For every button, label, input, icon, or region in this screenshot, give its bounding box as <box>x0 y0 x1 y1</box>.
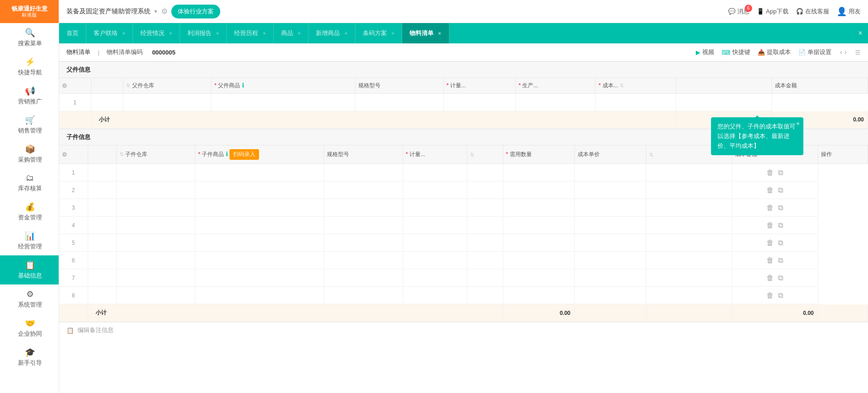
child-row6-needed[interactable] <box>467 252 503 269</box>
breadcrumb-bom[interactable]: 物料清单 <box>66 48 90 56</box>
child-row3-unit-cost[interactable] <box>503 199 574 217</box>
sidebar-item-system[interactable]: ⚙ 系统管理 <box>0 284 59 314</box>
child-row7-qty[interactable] <box>324 269 403 287</box>
child-row4-needed[interactable] <box>467 217 503 234</box>
sidebar-item-guide[interactable]: 🎓 新手引导 <box>0 343 59 372</box>
tab-goods[interactable]: 商品 × <box>274 23 308 43</box>
close-all-tabs[interactable]: × <box>853 29 868 37</box>
child-row4-qty[interactable] <box>324 217 403 234</box>
tab-history[interactable]: 经营历程 × <box>227 23 273 43</box>
child-row2-warehouse[interactable] <box>88 181 116 199</box>
scan-input-button[interactable]: 扫码录入 <box>229 149 259 160</box>
copy-icon-row5[interactable]: ⧉ <box>778 239 783 247</box>
child-row5-qty[interactable] <box>324 234 403 252</box>
child-row8-product[interactable] <box>116 287 195 304</box>
parent-row1-product[interactable] <box>123 94 211 111</box>
nav-next-icon[interactable]: › <box>844 48 847 56</box>
parent-row1-spec[interactable] <box>211 94 355 111</box>
child-row2-needed[interactable] <box>467 181 503 199</box>
delete-icon-row6[interactable]: 🗑 <box>766 256 774 264</box>
tooltip-close-icon[interactable]: × <box>796 119 800 129</box>
child-row7-needed[interactable] <box>467 269 503 287</box>
delete-icon-row7[interactable]: 🗑 <box>766 274 774 282</box>
child-row2-qty[interactable] <box>324 181 403 199</box>
child-row3-spec[interactable] <box>195 199 324 217</box>
sidebar-item-finance[interactable]: 💰 资金管理 <box>0 197 59 226</box>
child-row5-unit-cost[interactable] <box>503 234 574 252</box>
child-row2-spec[interactable] <box>195 181 324 199</box>
extract-cost-tool[interactable]: 📥 提取成本 <box>758 48 791 56</box>
online-service-button[interactable]: 🎧 在线客服 <box>796 7 829 16</box>
delete-icon-row2[interactable]: 🗑 <box>766 186 774 194</box>
tab-customer-close[interactable]: × <box>122 30 125 36</box>
grid-view-icon[interactable]: ☰ <box>855 49 861 56</box>
tab-history-close[interactable]: × <box>263 30 265 36</box>
child-row6-product[interactable] <box>116 252 195 269</box>
child-row7-product[interactable] <box>116 269 195 287</box>
user-menu[interactable]: 👤 用友 <box>837 6 861 17</box>
view-tool[interactable]: ▶ 视频 <box>696 48 714 56</box>
copy-icon-row7[interactable]: ⧉ <box>778 274 783 282</box>
child-row4-product[interactable] <box>116 217 195 234</box>
child-row1-needed[interactable] <box>467 164 503 181</box>
parent-row1-warehouse[interactable] <box>91 94 123 111</box>
parent-row1-produce[interactable] <box>443 94 515 111</box>
parent-row1-cost[interactable] <box>515 94 595 111</box>
sidebar-item-basic-info[interactable]: 📋 基础信息 <box>0 255 59 284</box>
delete-icon-row3[interactable]: 🗑 <box>766 204 774 212</box>
child-row5-warehouse[interactable] <box>88 234 116 252</box>
tab-barcode[interactable]: 条码方案 × <box>356 23 402 43</box>
child-row2-product[interactable] <box>116 181 195 199</box>
child-row4-spec[interactable] <box>195 217 324 234</box>
single-setting-tool[interactable]: 📄 单据设置 <box>798 48 832 56</box>
child-row6-unit-cost[interactable] <box>503 252 574 269</box>
tab-profit-close[interactable]: × <box>216 30 219 36</box>
sidebar-item-marketing[interactable]: 📢 营销推广 <box>0 81 59 110</box>
copy-icon-row2[interactable]: ⧉ <box>778 186 783 194</box>
app-download-button[interactable]: 📱 App下载 <box>757 7 789 16</box>
child-row1-unit-cost[interactable] <box>503 164 574 181</box>
copy-icon-row4[interactable]: ⧉ <box>778 221 783 229</box>
sidebar-item-search[interactable]: 🔍 搜索菜单 <box>0 23 59 52</box>
child-row1-spec[interactable] <box>195 164 324 181</box>
sidebar-item-operations[interactable]: 📊 经营管理 <box>0 226 59 255</box>
tab-customer[interactable]: 客户联络 × <box>86 23 133 43</box>
child-row7-spec[interactable] <box>195 269 324 287</box>
child-row5-spec[interactable] <box>195 234 324 252</box>
child-row7-warehouse[interactable] <box>88 269 116 287</box>
child-row3-qty[interactable] <box>324 199 403 217</box>
parent-settings-gear-icon[interactable]: ⚙ <box>62 82 67 89</box>
sidebar-item-purchase[interactable]: 📦 采购管理 <box>0 139 59 169</box>
child-settings-gear-icon[interactable]: ⚙ <box>62 151 67 158</box>
tab-goods-close[interactable]: × <box>298 30 301 36</box>
sidebar-item-inventory[interactable]: 🗂 库存核算 <box>0 169 59 197</box>
copy-icon-row1[interactable]: ⧉ <box>778 169 783 176</box>
sidebar-item-quick-nav[interactable]: ⚡ 快捷导航 <box>0 52 59 81</box>
delete-icon-row5[interactable]: 🗑 <box>766 239 774 247</box>
child-row3-warehouse[interactable] <box>88 199 116 217</box>
child-row1-product[interactable] <box>116 164 195 181</box>
settings-gear-icon[interactable]: ⚙ <box>161 7 168 16</box>
copy-icon-row3[interactable]: ⧉ <box>778 204 783 212</box>
tab-home[interactable]: 首页 <box>59 23 86 43</box>
dropdown-arrow-icon[interactable]: ▾ <box>154 8 157 15</box>
child-row1-qty[interactable] <box>324 164 403 181</box>
child-row4-unit-cost[interactable] <box>503 217 574 234</box>
shortcut-tool[interactable]: ⌨ 快捷键 <box>722 48 750 56</box>
delete-icon-row4[interactable]: 🗑 <box>766 221 774 229</box>
child-row5-needed[interactable] <box>467 234 503 252</box>
trial-button[interactable]: 体验行业方案 <box>171 5 220 18</box>
bottom-hint[interactable]: 📋 编辑备注信息 <box>59 322 868 338</box>
tab-profit[interactable]: 利润报告 × <box>180 23 227 43</box>
delete-icon-row8[interactable]: 🗑 <box>766 291 774 299</box>
nav-prev-icon[interactable]: ‹ <box>840 48 842 56</box>
tab-bom[interactable]: 物料清单 × <box>402 23 449 43</box>
child-row8-unit-cost[interactable] <box>503 287 574 304</box>
child-row7-unit-cost[interactable] <box>503 269 574 287</box>
tab-bom-close[interactable]: × <box>438 30 441 36</box>
child-row8-warehouse[interactable] <box>88 287 116 304</box>
copy-icon-row6[interactable]: ⧉ <box>778 256 783 264</box>
child-row3-needed[interactable] <box>467 199 503 217</box>
tab-new-goods-close[interactable]: × <box>344 30 347 36</box>
child-row8-needed[interactable] <box>467 287 503 304</box>
